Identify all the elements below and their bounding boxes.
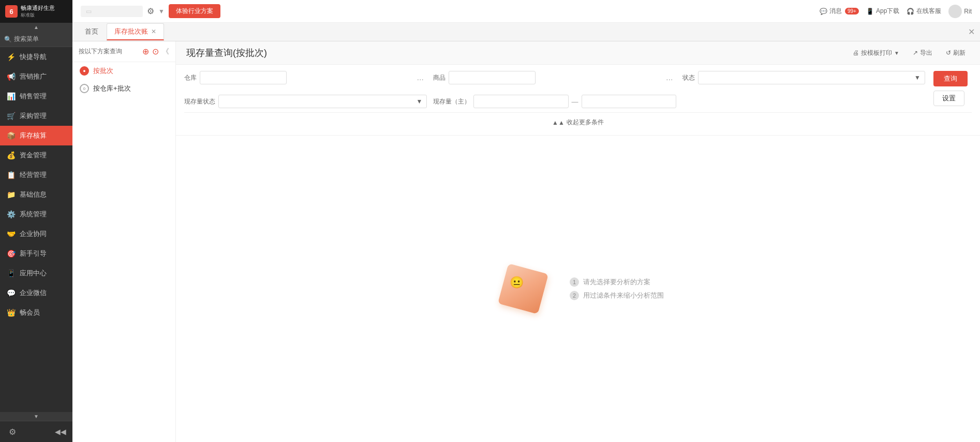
purchase-icon: 🛒 (6, 112, 16, 120)
sidebar-header: 6 畅康通好生意 标准版 (0, 0, 72, 23)
add-plan-icon[interactable]: ⊕ (142, 47, 149, 56)
sidebar-item-system[interactable]: ⚙️ 系统管理 (0, 204, 72, 224)
close-panel-icon[interactable]: ✕ (968, 27, 975, 37)
sidebar-item-enterprise[interactable]: 🤝 企业协同 (0, 224, 72, 244)
tab-home[interactable]: 首页 (78, 24, 106, 40)
hint-1-text: 请先选择要分析的方案 (583, 277, 650, 287)
plan-warehouse-batch-label: 按仓库+批次 (93, 84, 131, 93)
purchase-label: 采购管理 (20, 111, 47, 121)
sidebar-nav: ⚡ 快捷导航 📢 营销推广 📊 销售管理 🛒 采购管理 📦 库存核算 💰 资金管… (0, 47, 72, 412)
query-button[interactable]: 查询 (933, 71, 968, 86)
sidebar: 6 畅康通好生意 标准版 ▲ 🔍 搜索菜单 ⚡ 快捷导航 📢 营销推广 📊 销售… (0, 0, 72, 442)
refresh-icon: ↺ (946, 49, 951, 56)
product-input-wrap: … (449, 71, 676, 84)
tab-close-right: ✕ (968, 27, 980, 37)
product-label: 商品 (433, 73, 446, 82)
quantity-main-to-input[interactable] (582, 95, 676, 108)
status-select[interactable]: ▼ (698, 71, 925, 84)
topbar-right: 💬 消息 99+ 📱 App下载 🎧 在线客服 Rit (820, 5, 972, 18)
inventory-status-label: 现存量状态 (184, 97, 215, 106)
quantity-dash: — (572, 98, 578, 106)
sidebar-item-member[interactable]: 👑 畅会员 (0, 303, 72, 322)
topbar-search-box[interactable]: ▭ (81, 6, 143, 17)
left-panel-icons: ⊕ ⊙ 《 (142, 47, 169, 56)
sidebar-scroll-up[interactable]: ▲ (0, 23, 72, 32)
status-field: 状态 ▼ (682, 71, 925, 84)
warehouse-input[interactable] (200, 71, 287, 84)
settings-gear-icon[interactable]: ⚙ (6, 425, 19, 438)
settings-button[interactable]: 设置 (933, 91, 964, 106)
quantity-main-from-input[interactable] (473, 95, 568, 108)
empty-illustration: 😐 (492, 258, 554, 320)
filter-actions: 查询 设置 (929, 71, 972, 106)
sidebar-item-marketing[interactable]: 📢 营销推广 (0, 67, 72, 86)
product-input[interactable] (449, 71, 536, 84)
sidebar-item-purchase[interactable]: 🛒 采购管理 (0, 106, 72, 126)
plan-item-batch[interactable]: ● 按批次 (72, 62, 175, 80)
sidebar-item-apps[interactable]: 📱 应用中心 (0, 263, 72, 283)
topbar-left: ▭ ⚙ ▼ 体验行业方案 (81, 4, 814, 18)
warehouse-label: 仓库 (184, 73, 197, 82)
empty-hints: 1 请先选择要分析的方案 2 用过滤条件来缩小分析范围 (570, 277, 664, 300)
enterprise-icon: 🤝 (6, 230, 16, 238)
status-dropdown-icon: ▼ (914, 74, 920, 81)
audio-toggle-icon[interactable]: ◀◀ (55, 428, 66, 436)
quantity-main-label: 现存量（主） (433, 97, 470, 106)
tab-close-icon[interactable]: ✕ (151, 28, 156, 35)
download-icon: 📱 (866, 8, 874, 15)
sidebar-item-inventory[interactable]: 📦 库存核算 (0, 126, 72, 145)
main-area: ▭ ⚙ ▼ 体验行业方案 💬 消息 99+ 📱 App下载 🎧 在线客服 (72, 0, 980, 442)
empty-hint-1: 1 请先选择要分析的方案 (570, 277, 664, 287)
sidebar-scroll-down[interactable]: ▼ (0, 412, 72, 421)
online-service-button[interactable]: 🎧 在线客服 (907, 7, 941, 16)
sidebar-item-basics[interactable]: 📁 基础信息 (0, 185, 72, 204)
sidebar-item-sales[interactable]: 📊 销售管理 (0, 86, 72, 106)
print-dropdown-icon: ▼ (894, 50, 899, 56)
member-icon: 👑 (6, 308, 16, 317)
finance-icon: 💰 (6, 151, 16, 159)
tab-inventory-batch[interactable]: 库存批次账 ✕ (107, 23, 164, 40)
topbar-dropdown-icon[interactable]: ▼ (158, 8, 165, 15)
user-avatar-button[interactable]: Rit (948, 5, 972, 18)
filter-row-1: 仓库 … 商品 … (184, 71, 925, 84)
app-info: 畅康通好生意 标准版 (21, 4, 55, 19)
inventory-status-field: 现存量状态 ▼ (184, 95, 427, 108)
plan-batch-icon: ● (80, 66, 89, 76)
inventory-status-dropdown-icon: ▼ (416, 98, 422, 105)
collapse-up-icon: ▲▲ (552, 119, 565, 126)
page-title: 现存量查询(按批次) (186, 47, 267, 59)
collapse-label: 收起更多条件 (567, 118, 604, 127)
tab-inventory-batch-label: 库存批次账 (114, 27, 148, 36)
left-panel-header: 按以下方案查询 ⊕ ⊙ 《 (72, 41, 175, 62)
sidebar-footer: ⚙ ◀◀ (0, 421, 72, 442)
export-button[interactable]: ↗ 导出 (909, 47, 937, 59)
sidebar-item-wechat[interactable]: 💬 企业微信 (0, 283, 72, 303)
left-panel-title: 按以下方案查询 (79, 47, 122, 56)
basics-label: 基础信息 (20, 190, 47, 199)
print-template-button[interactable]: 🖨 按模板打印 ▼ (849, 47, 903, 59)
empty-face-icon: 😐 (510, 276, 524, 289)
messages-label: 消息 (829, 7, 842, 16)
app-download-button[interactable]: 📱 App下载 (866, 7, 899, 16)
product-dots-icon[interactable]: … (666, 73, 673, 82)
collapse-button[interactable]: ▲▲ 收起更多条件 (184, 116, 972, 129)
refresh-button[interactable]: ↺ 刷新 (942, 47, 970, 59)
warehouse-dots-icon[interactable]: … (417, 73, 424, 82)
search-icon: 🔍 (4, 36, 12, 43)
experience-industry-button[interactable]: 体验行业方案 (169, 4, 220, 18)
app-logo: 6 (5, 5, 18, 18)
messages-button[interactable]: 💬 消息 99+ (820, 7, 859, 16)
message-icon: 💬 (820, 8, 827, 15)
sidebar-item-quick-nav[interactable]: ⚡ 快捷导航 (0, 47, 72, 67)
topbar-settings-icon[interactable]: ⚙ (147, 6, 154, 16)
plan-settings-icon[interactable]: ⊙ (152, 47, 159, 56)
collapse-left-icon[interactable]: 《 (162, 47, 169, 56)
plan-item-warehouse-batch[interactable]: ○ 按仓库+批次 (72, 80, 175, 97)
sidebar-item-finance[interactable]: 💰 资金管理 (0, 145, 72, 165)
sidebar-item-operations[interactable]: 📋 经营管理 (0, 165, 72, 185)
sidebar-item-guide[interactable]: 🎯 新手引导 (0, 244, 72, 263)
messages-badge: 99+ (845, 8, 859, 14)
sidebar-search-btn[interactable]: 🔍 搜索菜单 (0, 32, 72, 47)
app-download-label: App下载 (876, 7, 899, 16)
inventory-status-select[interactable]: ▼ (218, 95, 427, 108)
